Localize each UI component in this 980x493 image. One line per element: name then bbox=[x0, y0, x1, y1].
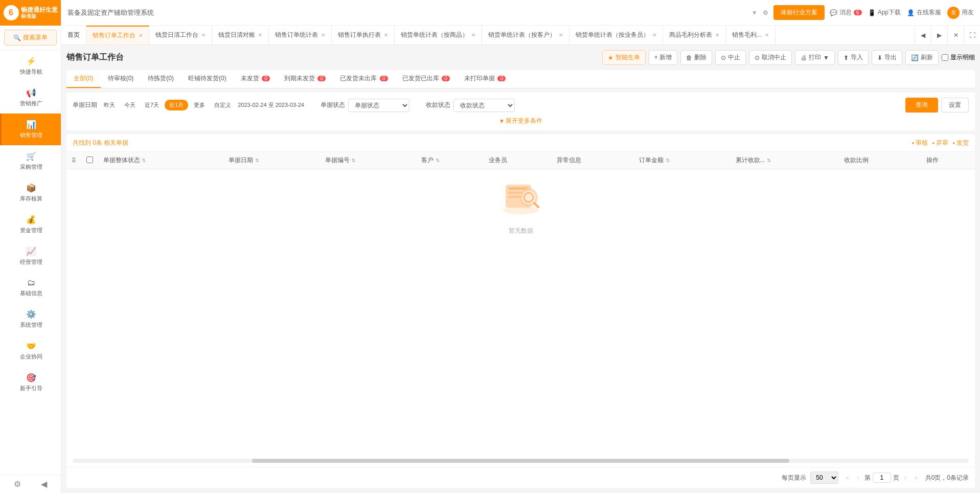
close-tab-cash-daily[interactable]: ✕ bbox=[201, 32, 206, 38]
subtab-wangpu[interactable]: 旺铺待发货(0) bbox=[181, 70, 234, 88]
settings-bottom-button[interactable]: ⚙ bbox=[14, 479, 21, 489]
tab-sales-report-product[interactable]: 销货单统计表（按商品） ✕ bbox=[395, 26, 482, 45]
pay-status-select[interactable]: 收款状态 bbox=[453, 99, 515, 112]
settings-icon[interactable]: ⚙ bbox=[763, 9, 768, 16]
page-size-select[interactable]: 10 20 50 100 bbox=[810, 472, 838, 484]
close-tab-cash-reconcile[interactable]: ✕ bbox=[258, 32, 262, 38]
sidebar-item-operation[interactable]: 📈 经营管理 bbox=[0, 240, 61, 272]
add-button[interactable]: + 新增 bbox=[649, 50, 677, 65]
subtab-pending-inspect[interactable]: 待拣货(0) bbox=[141, 70, 181, 88]
tab-sales-stat[interactable]: 销售订单统计表 ✕ bbox=[269, 26, 332, 45]
next-page-button[interactable]: › bbox=[901, 473, 909, 482]
sidebar-item-guide[interactable]: 🎯 新手引导 bbox=[0, 367, 61, 398]
subtab-not-shipped[interactable]: 未发货 0 bbox=[234, 70, 277, 88]
export-button[interactable]: ⬇ 导出 bbox=[872, 50, 902, 65]
settings-button[interactable]: 设置 bbox=[941, 98, 969, 113]
sidebar-item-enterprise[interactable]: 🤝 企业协同 bbox=[0, 335, 61, 367]
show-detail-checkbox-label[interactable]: 显示明细 bbox=[942, 53, 975, 62]
tab-sales-report-customer[interactable]: 销货单统计表（按客户） ✕ bbox=[482, 26, 569, 45]
sidebar-item-inventory[interactable]: 📦 库存核算 bbox=[0, 177, 61, 209]
subtab-all[interactable]: 全部(0) bbox=[66, 70, 101, 88]
last7-btn[interactable]: 近7天 bbox=[141, 100, 163, 110]
sidebar-item-marketing[interactable]: 📢 营销推广 bbox=[0, 82, 61, 114]
subtab-shipped-out[interactable]: 已发货已出库 0 bbox=[395, 70, 457, 88]
close-tab-sales-exec[interactable]: ✕ bbox=[384, 32, 388, 38]
custom-btn[interactable]: 自定义 bbox=[211, 100, 235, 110]
sort-collected-icon[interactable]: ⇅ bbox=[767, 158, 771, 163]
collapse-sidebar-button[interactable]: ◀ bbox=[41, 479, 47, 489]
tab-sales-report-staff[interactable]: 销货单统计表（按业务员） ✕ bbox=[569, 26, 663, 45]
sort-status-icon[interactable]: ⇅ bbox=[142, 158, 146, 163]
tab-sales-exec[interactable]: 销售订单执行表 ✕ bbox=[332, 26, 395, 45]
first-page-button[interactable]: « bbox=[842, 473, 852, 482]
subtab-overdue[interactable]: 到期未发货 0 bbox=[277, 70, 333, 88]
tab-cash-reconcile[interactable]: 钱货日清对账 ✕ bbox=[212, 26, 269, 45]
tab-prev-button[interactable]: ◀ bbox=[915, 26, 931, 45]
review-quick-btn[interactable]: 审核 bbox=[911, 139, 928, 147]
prev-page-button[interactable]: ‹ bbox=[854, 473, 862, 482]
tab-product-margin[interactable]: 商品毛利分析表 ✕ bbox=[663, 26, 726, 45]
subtab-pending-review[interactable]: 待审核(0) bbox=[101, 70, 141, 88]
refresh-button[interactable]: 🔄 刷新 bbox=[905, 50, 939, 65]
message-button[interactable]: 💬 消息 6 bbox=[830, 8, 862, 17]
last-month-btn[interactable]: 近1月 bbox=[165, 100, 188, 110]
today-btn[interactable]: 今天 bbox=[121, 100, 139, 110]
tab-home[interactable]: 首页 bbox=[61, 26, 86, 45]
expand-filter-button[interactable]: ▼ 展开更多条件 bbox=[499, 117, 543, 125]
tab-sales-workbench[interactable]: 销售订单工作台 ✕ bbox=[86, 26, 149, 45]
status-select[interactable]: 单据状态 bbox=[348, 99, 409, 112]
subtab-shipped-not-out[interactable]: 已发货未出库 0 bbox=[333, 70, 395, 88]
close-tab-sales-workbench[interactable]: ✕ bbox=[139, 33, 143, 38]
trial-button[interactable]: 体验行业方案 bbox=[773, 5, 825, 20]
query-button[interactable]: 查询 bbox=[905, 98, 938, 113]
sort-customer-icon[interactable]: ⇅ bbox=[436, 158, 440, 163]
show-detail-checkbox[interactable] bbox=[942, 54, 948, 61]
cancel-suspend-button[interactable]: ⊙ 取消中止 bbox=[749, 50, 792, 65]
smart-create-button[interactable]: ★ 智能生单 bbox=[602, 50, 646, 65]
print-button[interactable]: 🖨 打印 ▼ bbox=[795, 50, 835, 65]
close-tab-sales-more[interactable]: ✕ bbox=[765, 32, 769, 38]
close-tab-report-customer[interactable]: ✕ bbox=[559, 32, 563, 38]
scrollbar-thumb[interactable] bbox=[252, 459, 790, 463]
app-download-button[interactable]: 📱 App下载 bbox=[868, 8, 901, 17]
user-avatar-button[interactable]: 友 用友 bbox=[947, 7, 974, 19]
close-tab-margin[interactable]: ✕ bbox=[715, 32, 719, 38]
sidebar-item-quick-nav[interactable]: ⚡ 快捷导航 bbox=[0, 50, 61, 82]
sidebar-item-finance[interactable]: 💰 资金管理 bbox=[0, 209, 61, 240]
select-all-checkbox[interactable] bbox=[86, 156, 93, 163]
tab-sales-more[interactable]: 销售毛利... ✕ bbox=[726, 26, 776, 45]
suspend-button[interactable]: ⊙ 中止 bbox=[715, 50, 746, 65]
sort-date-icon[interactable]: ⇅ bbox=[255, 158, 259, 163]
ship-quick-btn[interactable]: 发货 bbox=[952, 139, 969, 147]
close-tab-report-staff[interactable]: ✕ bbox=[652, 32, 656, 38]
sidebar-item-sales[interactable]: 📊 销售管理 bbox=[0, 114, 61, 145]
close-tab-sales-stat[interactable]: ✕ bbox=[321, 32, 325, 38]
online-service-button[interactable]: 👤 在线客服 bbox=[907, 8, 941, 17]
sidebar-item-base[interactable]: 🗂 基础信息 bbox=[0, 272, 61, 303]
th-checkbox[interactable] bbox=[81, 152, 98, 169]
base-icon: 🗂 bbox=[27, 278, 35, 287]
delete-button[interactable]: 🗑 删除 bbox=[680, 50, 712, 65]
abandon-review-quick-btn[interactable]: 弃审 bbox=[932, 139, 948, 147]
sort-number-icon[interactable]: ⇅ bbox=[351, 158, 355, 163]
sidebar-item-system[interactable]: ⚙️ 系统管理 bbox=[0, 303, 61, 335]
last-page-button[interactable]: » bbox=[911, 473, 921, 482]
search-menu-button[interactable]: 🔍 搜索菜单 bbox=[4, 30, 57, 46]
status-filter: 单据状态 单据状态 bbox=[321, 99, 409, 112]
subtab-not-printed[interactable]: 未打印单据 0 bbox=[457, 70, 513, 88]
tab-cash-daily[interactable]: 钱货日清工作台 ✕ bbox=[149, 26, 212, 45]
tab-next-button[interactable]: ▶ bbox=[931, 26, 947, 45]
tab-maximize-button[interactable]: ⛶ bbox=[964, 26, 980, 45]
current-page-input[interactable] bbox=[873, 473, 891, 483]
tab-close-all-button[interactable]: ✕ bbox=[947, 26, 964, 45]
sort-amount-icon[interactable]: ⇅ bbox=[666, 158, 670, 163]
sidebar-item-purchase[interactable]: 🛒 采购管理 bbox=[0, 145, 61, 177]
import-button[interactable]: ⬆ 导入 bbox=[838, 50, 869, 65]
sales-icon: 📊 bbox=[26, 120, 36, 129]
close-tab-report-product[interactable]: ✕ bbox=[471, 32, 475, 38]
empty-illustration bbox=[495, 169, 546, 220]
yesterday-btn[interactable]: 昨天 bbox=[100, 100, 119, 110]
download-icon: 📱 bbox=[868, 9, 876, 16]
horizontal-scrollbar[interactable] bbox=[73, 459, 969, 463]
more-btn[interactable]: 更多 bbox=[190, 100, 209, 110]
